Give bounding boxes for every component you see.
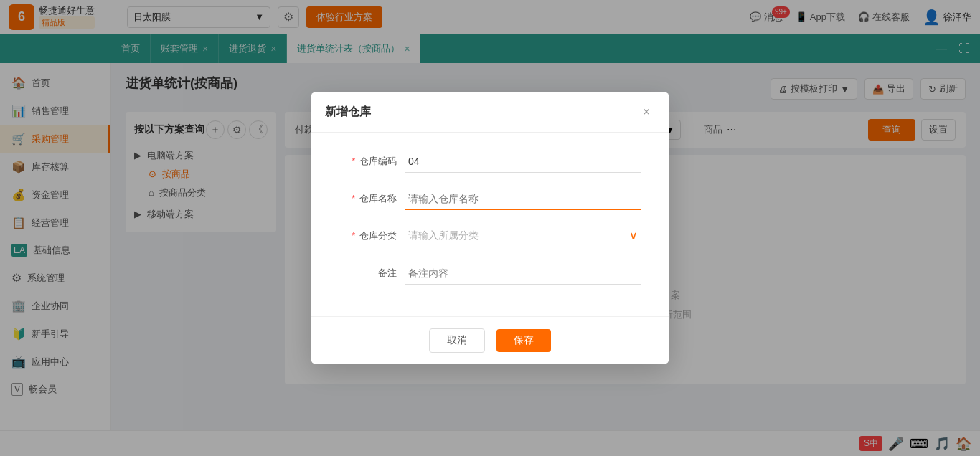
code-field-row: * 仓库编码 — [339, 150, 641, 173]
modal-header: 新增仓库 × — [311, 92, 669, 133]
modal-overlay: 新增仓库 × * 仓库编码 * 仓库名称 — [0, 0, 980, 456]
note-label: 备注 — [339, 267, 397, 280]
save-button[interactable]: 保存 — [496, 329, 551, 352]
new-warehouse-modal: 新增仓库 × * 仓库编码 * 仓库名称 — [311, 92, 669, 364]
category-placeholder: 请输入所属分类 — [408, 229, 479, 242]
category-select[interactable]: 请输入所属分类 ∨ — [405, 224, 641, 247]
name-input[interactable] — [405, 187, 641, 210]
category-label: * 仓库分类 — [339, 229, 397, 242]
code-input[interactable] — [405, 150, 641, 173]
name-field-row: * 仓库名称 — [339, 187, 641, 210]
note-input[interactable] — [405, 262, 641, 285]
modal-footer: 取消 保存 — [311, 316, 669, 364]
note-field-row: 备注 — [339, 262, 641, 285]
modal-title: 新增仓库 — [325, 105, 371, 120]
name-label: * 仓库名称 — [339, 192, 397, 205]
modal-close-button[interactable]: × — [638, 103, 655, 120]
category-field-row: * 仓库分类 请输入所属分类 ∨ — [339, 224, 641, 247]
cancel-button[interactable]: 取消 — [429, 328, 485, 353]
modal-body: * 仓库编码 * 仓库名称 * 仓库分类 请输入 — [311, 133, 669, 316]
chevron-category-icon: ∨ — [629, 229, 638, 242]
code-label: * 仓库编码 — [339, 155, 397, 168]
